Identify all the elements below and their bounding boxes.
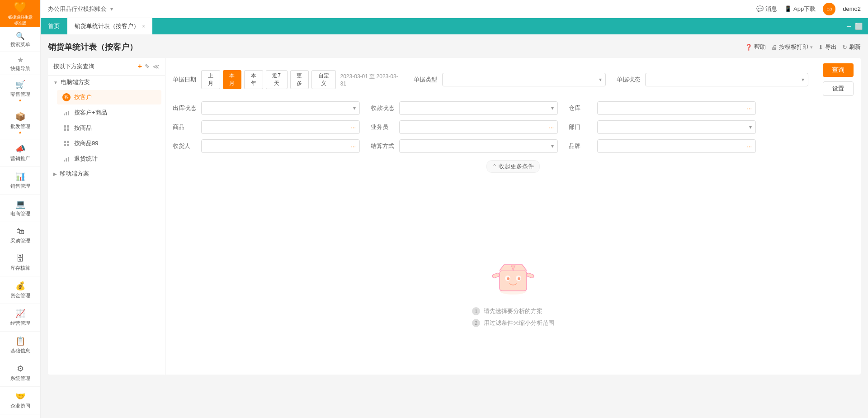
page-header: 销货单统计表（按客户） ❓ 帮助 🖨 按模板打印 ▾ ⬇ 导出 ↻ 刷新 (48, 42, 861, 52)
date-btn-last-month[interactable]: 上月 (201, 70, 220, 89)
brand-dots-icon: ··· (747, 143, 752, 150)
goods-field: 商品 ··· (173, 120, 360, 134)
goods99-icon (62, 139, 71, 147)
sidebar-item-collab[interactable]: 🤝 企业协同 (0, 387, 40, 414)
sales-label: 销售管理 (10, 183, 30, 190)
customer-scheme-icon: 客 (62, 93, 71, 101)
sidebar-item-finance[interactable]: 💰 资金管理 (0, 276, 40, 304)
scheme-panel-icons: + ✎ ≪ (138, 62, 160, 71)
desktop-category[interactable]: ▼ 电脑端方案 (48, 76, 165, 89)
receiver-field: 收货人 ··· (173, 139, 360, 153)
receive-status-select[interactable]: ▾ (399, 101, 558, 115)
message-button[interactable]: 💬 消息 (756, 5, 777, 13)
warehouse-field: 仓库 ··· (569, 101, 756, 115)
empty-state: 1 请先选择要分析的方案 2 用过滤条件来缩小分析范围 (165, 199, 861, 375)
scheme-item-goods[interactable]: 按商品 (57, 121, 161, 135)
tab-report[interactable]: 销货单统计表（按客户） × (67, 18, 152, 34)
tab-min-icon[interactable]: ─ (847, 23, 851, 30)
sidebar-quick[interactable]: ★ 快捷导航 (0, 52, 40, 75)
scheme-collapse-icon[interactable]: ≪ (153, 63, 160, 70)
sidebar-item-marketing[interactable]: 📣 营销推广 (0, 139, 40, 167)
print-button[interactable]: 🖨 按模板打印 ▾ (771, 43, 813, 51)
receiver-dots-icon: ··· (351, 143, 356, 150)
doc-status-select[interactable]: ▾ (645, 73, 808, 86)
brand-field: 品牌 ··· (569, 139, 756, 153)
svg-rect-2 (68, 111, 69, 115)
print-dropdown-icon[interactable]: ▾ (810, 44, 813, 50)
sidebar-quick-label: 快捷导航 (10, 65, 30, 72)
tab-actions: ─ ⬜ (847, 23, 868, 30)
svg-rect-10 (67, 144, 69, 146)
export-button[interactable]: ⬇ 导出 (818, 43, 837, 51)
avatar: Ea (823, 3, 835, 15)
receiver-input[interactable]: ··· (201, 139, 360, 153)
receiver-label: 收货人 (173, 142, 198, 150)
doc-type-field: 单据类型 ▾ (414, 73, 605, 86)
tip-1-text: 请先选择要分析的方案 (484, 307, 542, 315)
refresh-label: 刷新 (849, 43, 861, 51)
scheme-item-customer[interactable]: 客 按客户 (57, 90, 161, 104)
doc-type-label: 单据类型 (414, 76, 439, 84)
scheme-item-customer-goods[interactable]: 按客户+商品 (57, 105, 161, 120)
sidebar: 🧡 畅捷通好生意 标准版 🔍 搜索菜单 ★ 快捷导航 🛒 零售管理 ▲ 📦 批发… (0, 0, 41, 418)
date-btn-7days[interactable]: 近7天 (266, 70, 288, 89)
filter-row-4: 收货人 ··· 结算方式 ▾ (173, 139, 854, 153)
svg-rect-13 (68, 157, 69, 162)
warehouse-input[interactable]: ··· (597, 101, 756, 115)
export-icon: ⬇ (818, 44, 823, 51)
industry-dropdown-icon[interactable]: ▾ (110, 6, 113, 12)
stock-label: 库存核算 (10, 265, 30, 271)
empty-tip-1: 1 请先选择要分析的方案 (472, 307, 554, 315)
receive-status-arrow-icon: ▾ (551, 105, 554, 111)
help-button[interactable]: ❓ 帮助 (745, 43, 766, 51)
settle-select[interactable]: ▾ (399, 139, 558, 153)
receive-status-label: 收款状态 (371, 104, 396, 112)
tab-close-icon[interactable]: × (142, 23, 145, 29)
sidebar-item-stock[interactable]: 🗄 库存核算 (0, 249, 40, 276)
logo-sub: 标准版 (14, 20, 26, 26)
tab-home[interactable]: 首页 (41, 18, 67, 34)
brand-input[interactable]: ··· (597, 139, 756, 153)
out-status-select[interactable]: ▾ (201, 101, 360, 115)
settings-button[interactable]: 设置 (823, 81, 854, 96)
app-download-button[interactable]: 📱 App下载 (784, 5, 816, 13)
dept-select[interactable]: ▾ (597, 120, 756, 134)
customer-goods-label: 按客户+商品 (74, 109, 107, 117)
sidebar-item-system[interactable]: ⚙ 系统管理 (0, 359, 40, 387)
scheme-add-icon[interactable]: + (138, 62, 142, 71)
sidebar-item-operation[interactable]: 📈 经营管理 (0, 304, 40, 332)
query-button[interactable]: 查询 (823, 63, 854, 77)
date-range: 2023-03-01 至 2023-03-31 (340, 73, 403, 87)
scheme-item-return[interactable]: 退货统计 (57, 152, 161, 166)
topbar-right: 💬 消息 📱 App下载 Ea demo2 (756, 3, 861, 15)
retail-icon: 🛒 (15, 80, 25, 90)
sidebar-item-purchase[interactable]: 🛍 采购管理 (0, 222, 40, 249)
scheme-item-goods99[interactable]: 按商品99 (57, 136, 161, 151)
date-btn-more[interactable]: 更多 (290, 70, 309, 89)
sidebar-item-sales[interactable]: 📊 销售管理 (0, 167, 40, 195)
ecom-label: 电商管理 (10, 210, 30, 217)
tab-max-icon[interactable]: ⬜ (855, 23, 863, 30)
refresh-button[interactable]: ↻ 刷新 (842, 43, 861, 51)
mobile-category[interactable]: ▶ 移动端方案 (48, 167, 165, 180)
staff-input[interactable]: ··· (399, 120, 558, 134)
username[interactable]: demo2 (843, 5, 861, 12)
brand-label: 品牌 (569, 142, 594, 150)
sidebar-item-basic[interactable]: 📋 基础信息 (0, 332, 40, 359)
sidebar-item-guide[interactable]: 🎯 新手引导 (0, 414, 40, 418)
sidebar-item-ecom[interactable]: 💻 电商管理 (0, 195, 40, 222)
operation-icon: 📈 (15, 309, 25, 318)
date-btn-this-year[interactable]: 本年 (244, 70, 263, 89)
sidebar-item-retail[interactable]: 🛒 零售管理 ▲ (0, 75, 40, 107)
date-btn-this-month[interactable]: 本月 (223, 70, 242, 89)
sidebar-search[interactable]: 🔍 搜索菜单 (0, 27, 40, 52)
sidebar-item-wholesale[interactable]: 📦 批发管理 ▲ (0, 107, 40, 139)
date-btn-custom[interactable]: 自定义 (311, 70, 335, 89)
doc-type-select[interactable]: ▾ (442, 73, 605, 86)
export-label: 导出 (825, 43, 837, 51)
doc-status-field: 单据状态 ▾ (617, 73, 808, 86)
goods-input[interactable]: ··· (201, 120, 360, 134)
goods-dots-icon: ··· (351, 124, 356, 131)
collapse-button[interactable]: ⌃ 收起更多条件 (486, 160, 540, 173)
scheme-edit-icon[interactable]: ✎ (145, 63, 150, 70)
